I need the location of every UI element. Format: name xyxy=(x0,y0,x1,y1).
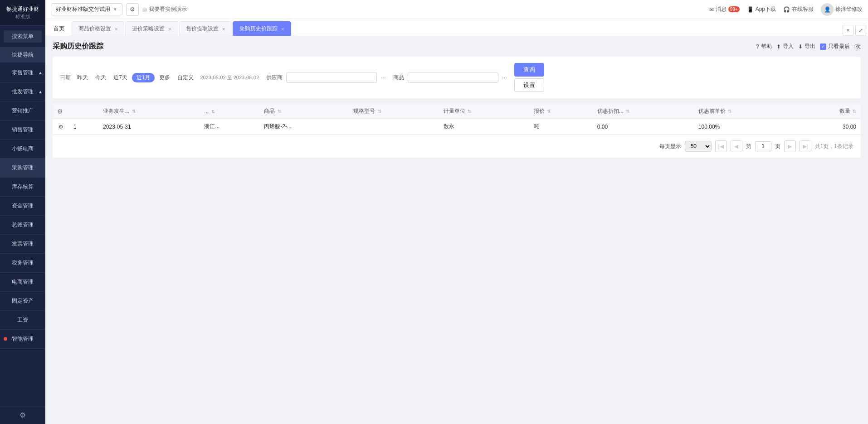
logo-line2: 标准版 xyxy=(4,13,42,20)
supplier-input[interactable] xyxy=(286,72,377,83)
sidebar-item-accounting[interactable]: 总账管理 xyxy=(0,216,45,235)
page-next-button[interactable]: ▶ xyxy=(784,140,796,152)
tabbar-right-controls: × ⤢ xyxy=(843,25,868,36)
supplier-more-icon[interactable]: ··· xyxy=(380,74,386,81)
user-profile[interactable]: 👤 徐泽华修改 xyxy=(821,3,863,16)
sidebar-item-label: 库存核算 xyxy=(12,183,34,191)
th-quote[interactable]: 报价 ⇅ xyxy=(529,104,593,119)
topbar-gear-button[interactable]: ⚙ xyxy=(126,3,139,16)
message-button[interactable]: ✉ 消息 99+ xyxy=(709,5,740,13)
sort-icon: ⇅ xyxy=(547,109,551,114)
help-button[interactable]: ? 帮助 xyxy=(756,43,772,50)
date-last1m-btn[interactable]: 近1月 xyxy=(132,73,155,82)
sidebar-item-fixed-assets[interactable]: 固定资产 xyxy=(0,292,45,311)
page-title: 采购历史价跟踪 xyxy=(53,42,103,51)
sidebar-item-retail[interactable]: 零售管理 ▲ xyxy=(0,63,45,82)
quick-nav-button[interactable]: 快捷导航 xyxy=(0,48,45,63)
sidebar-logo: 畅捷通好业财 标准版 xyxy=(0,0,45,26)
per-page-select[interactable]: 50 100 200 xyxy=(685,141,712,152)
table-body: ⚙ 1 2023-05-31 浙江... 丙烯酸-2-... xyxy=(53,119,861,135)
message-label: 消息 xyxy=(716,5,727,13)
sidebar-item-inventory[interactable]: 库存核算 xyxy=(0,178,45,197)
column-settings-icon[interactable]: ⚙ xyxy=(57,108,63,115)
th-biz-date[interactable]: 业务发生... ⇅ xyxy=(98,104,200,119)
th-extra-label: ... xyxy=(204,108,209,115)
th-unit[interactable]: 计量单位 ⇅ xyxy=(439,104,529,119)
th-extra[interactable]: ... ⇅ xyxy=(200,104,259,119)
topbar-right: ✉ 消息 99+ 📱 App下载 🎧 在线客服 👤 徐泽华修改 xyxy=(709,3,863,16)
app-download-button[interactable]: 📱 App下载 xyxy=(747,5,776,13)
date-custom-btn[interactable]: 自定义 xyxy=(175,73,196,82)
tab-price[interactable]: 商品价格设置 × xyxy=(72,21,124,36)
table-row: ⚙ 1 2023-05-31 浙江... 丙烯酸-2-... xyxy=(53,119,861,135)
tab-purchase-history[interactable]: 采购历史价跟踪 × xyxy=(233,21,291,36)
sidebar-item-smart[interactable]: 智能管理 xyxy=(0,330,45,349)
page-number-input[interactable] xyxy=(755,141,771,151)
sidebar-item-marketing[interactable]: 营销推广 xyxy=(0,101,45,120)
sidebar-item-ecommerce-small[interactable]: 小畅电商 xyxy=(0,140,45,159)
date-last7-btn[interactable]: 近7天 xyxy=(111,73,130,82)
row-goods-cell: 丙烯酸-2-... xyxy=(259,119,349,135)
settings-gear-icon[interactable]: ⚙ xyxy=(20,411,26,419)
export-button[interactable]: ⬇ 导出 xyxy=(798,43,815,50)
sidebar-item-tax[interactable]: 税务管理 xyxy=(0,254,45,273)
sidebar-item-purchase[interactable]: 采购管理 xyxy=(0,159,45,178)
sidebar-item-ecommerce[interactable]: 电商管理 xyxy=(0,273,45,292)
import-button[interactable]: ⬆ 导入 xyxy=(776,43,794,50)
date-more-btn[interactable]: 更多 xyxy=(156,73,173,82)
sort-icon: ⇅ xyxy=(278,109,281,114)
sidebar-item-payroll[interactable]: 工资 xyxy=(0,311,45,330)
online-service-button[interactable]: 🎧 在线客服 xyxy=(783,5,814,13)
tab-purchase-history-label: 采购历史价跟踪 xyxy=(239,25,278,33)
date-yesterday-btn[interactable]: 昨天 xyxy=(74,73,91,82)
goods-more-icon[interactable]: ··· xyxy=(502,74,507,81)
sidebar-item-invoice[interactable]: 发票管理 xyxy=(0,235,45,254)
page-prev-button[interactable]: ◀ xyxy=(731,140,742,152)
sidebar-item-label: 电商管理 xyxy=(12,278,34,286)
sidebar-search-section: 搜索菜单 xyxy=(0,26,45,48)
row-settings-icon[interactable]: ⚙ xyxy=(59,124,63,130)
close-icon[interactable]: × xyxy=(168,26,171,32)
sidebar-item-label: 固定资产 xyxy=(12,297,34,305)
th-pre-discount[interactable]: 优惠前单价 ⇅ xyxy=(694,104,797,119)
sidebar-item-finance[interactable]: 资金管理 xyxy=(0,197,45,216)
goods-filter: 商品 ··· xyxy=(393,72,507,83)
demo-text: 我要看实例演示 xyxy=(149,5,187,13)
sidebar-item-sales[interactable]: 销售管理 xyxy=(0,120,45,140)
only-last-checkbox-label[interactable]: 只看最后一次 xyxy=(820,43,861,50)
close-icon[interactable]: × xyxy=(281,26,284,32)
date-today-btn[interactable]: 今天 xyxy=(93,73,109,82)
tab-price-label: 商品价格设置 xyxy=(78,25,111,33)
tab-sale-extract[interactable]: 售价提取设置 × xyxy=(179,21,232,36)
tab-home[interactable]: 首页 xyxy=(47,21,71,36)
sidebar-item-label: 营销推广 xyxy=(12,107,34,115)
smart-dot-indicator xyxy=(4,337,7,341)
close-icon[interactable]: × xyxy=(222,26,225,32)
th-goods[interactable]: 商品 ⇅ xyxy=(259,104,349,119)
row-extra: 浙江... xyxy=(204,123,219,130)
page-first-button[interactable]: |◀ xyxy=(715,140,727,152)
query-button[interactable]: 查询 xyxy=(514,63,544,77)
page-last-button[interactable]: ▶| xyxy=(800,140,811,152)
message-icon: ✉ xyxy=(709,6,714,13)
tab-purchase-strategy[interactable]: 进价策略设置 × xyxy=(125,21,178,36)
tab-expand-button[interactable]: ⤢ xyxy=(855,25,866,36)
th-quantity[interactable]: 数量 ⇅ xyxy=(797,104,861,119)
search-menu-button[interactable]: 搜索菜单 xyxy=(4,30,42,43)
goods-input[interactable] xyxy=(408,72,498,83)
export-icon: ⬇ xyxy=(798,43,803,50)
sidebar-item-wholesale[interactable]: 批发管理 ▲ xyxy=(0,82,45,101)
gear-icon: ⚙ xyxy=(130,6,135,13)
th-goods-label: 商品 xyxy=(264,108,275,114)
sort-icon: ⇅ xyxy=(728,109,731,114)
setting-button[interactable]: 设置 xyxy=(514,78,544,92)
sort-icon: ⇅ xyxy=(468,109,471,114)
table-header-row: ⚙ 业务发生... ⇅ ... ⇅ 商品 ⇅ xyxy=(53,104,861,119)
demo-link[interactable]: ◎ 我要看实例演示 xyxy=(142,5,187,13)
sidebar-item-label: 批发管理 xyxy=(12,88,34,96)
version-selector[interactable]: 好业财标准版交付试用 ▼ xyxy=(51,3,122,15)
tab-close-button[interactable]: × xyxy=(843,25,853,36)
th-spec[interactable]: 规格型号 ⇅ xyxy=(349,104,439,119)
th-discount[interactable]: 优惠折扣... ⇅ xyxy=(593,104,694,119)
close-icon[interactable]: × xyxy=(115,26,117,32)
